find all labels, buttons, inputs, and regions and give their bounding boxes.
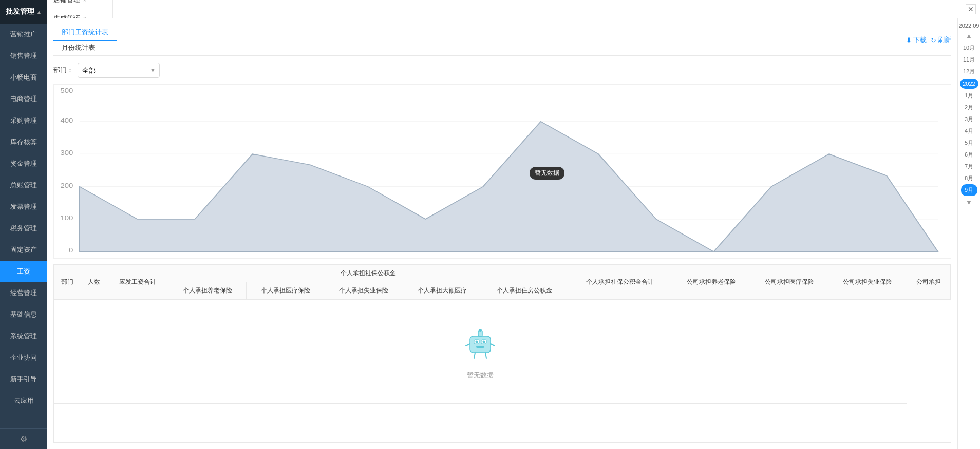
refresh-icon: ↻ bbox=[931, 36, 936, 44]
timeline-item-3月[interactable]: 3月 bbox=[960, 113, 978, 125]
svg-line-23 bbox=[485, 353, 486, 358]
main-area: 首页门店商品目录×销售单×店铺管理×生成凭证×应收应付调整单×工资表×工资统计报… bbox=[47, 0, 980, 449]
content-area: 部门工资统计表月份统计表 ⬇ 下载 ↻ 刷新 部门： 全 bbox=[47, 18, 980, 449]
refresh-button[interactable]: ↻ 刷新 bbox=[931, 35, 951, 45]
col-header-personal-total: 个人承担社保公积金合计 bbox=[568, 265, 672, 300]
timeline-item-8月[interactable]: 8月 bbox=[960, 172, 978, 184]
svg-text:200: 200 bbox=[60, 182, 73, 189]
timeline-item-9月[interactable]: 9月 bbox=[961, 184, 977, 196]
sidebar: 批发管理 ▲ 营销推广销售管理小畅电商电商管理采购管理库存核算资金管理总账管理发… bbox=[0, 0, 47, 449]
download-icon: ⬇ bbox=[906, 36, 912, 44]
sidebar-item-总账管理[interactable]: 总账管理 bbox=[0, 174, 47, 196]
sidebar-item-税务管理[interactable]: 税务管理 bbox=[0, 218, 47, 239]
timeline-year-label: 2022.09 bbox=[959, 23, 979, 29]
tab-label: 店铺管理 bbox=[53, 0, 80, 5]
dept-select-wrap: 全部 ▼ bbox=[78, 63, 160, 78]
svg-line-22 bbox=[474, 353, 475, 358]
col-header-personal-unemployment: 个人承担失业保险 bbox=[325, 282, 403, 300]
tab-bar: 首页门店商品目录×销售单×店铺管理×生成凭证×应收应付调整单×工资表×工资统计报… bbox=[47, 0, 980, 18]
table-container[interactable]: 部门 人数 应发工资合计 个人承担社保公积金 个人承担社保公积金合计 公司承担养… bbox=[53, 264, 951, 443]
data-table: 部门 人数 应发工资合计 个人承担社保公积金 个人承担社保公积金合计 公司承担养… bbox=[54, 264, 951, 404]
tab-close-all-button[interactable]: ✕ bbox=[966, 4, 976, 14]
page-content: 部门工资统计表月份统计表 ⬇ 下载 ↻ 刷新 部门： 全 bbox=[47, 18, 957, 449]
timeline-up-nav[interactable]: ▲ bbox=[964, 30, 975, 42]
timeline-item-2022[interactable]: 2022 bbox=[960, 79, 978, 89]
sidebar-item-发票管理[interactable]: 发票管理 bbox=[0, 196, 47, 218]
col-header-company-other: 公司承担 bbox=[907, 265, 950, 300]
svg-text:100: 100 bbox=[60, 214, 73, 222]
sidebar-title-text: 批发管理 bbox=[6, 7, 34, 16]
sidebar-item-电商管理[interactable]: 电商管理 bbox=[0, 88, 47, 110]
timeline-item-7月[interactable]: 7月 bbox=[960, 161, 978, 172]
toolbar-actions: ⬇ 下载 ↻ 刷新 bbox=[906, 25, 951, 55]
timeline-item-2月[interactable]: 2月 bbox=[960, 102, 978, 113]
tab-bar-end: ✕ bbox=[962, 4, 980, 14]
svg-text:300: 300 bbox=[60, 149, 73, 157]
sidebar-item-新手引导[interactable]: 新手引导 bbox=[0, 368, 47, 390]
chart-container: 0 100 200 300 400 500 暂无数据 bbox=[53, 84, 951, 259]
subtab-部门工资统计表[interactable]: 部门工资统计表 bbox=[53, 25, 117, 41]
tab-店铺管理[interactable]: 店铺管理× bbox=[47, 0, 113, 9]
sidebar-item-固定资产[interactable]: 固定资产 bbox=[0, 239, 47, 261]
col-header-company-pension: 公司承担养老保险 bbox=[672, 265, 750, 300]
timeline-item-4月[interactable]: 4月 bbox=[960, 125, 978, 137]
svg-point-19 bbox=[479, 329, 482, 332]
col-header-total-salary: 应发工资合计 bbox=[107, 265, 168, 300]
col-header-personal-extra-medical: 个人承担大额医疗 bbox=[403, 282, 481, 300]
col-header-count: 人数 bbox=[81, 265, 107, 300]
col-group-personal: 个人承担社保公积金 bbox=[168, 265, 568, 282]
svg-line-21 bbox=[491, 344, 495, 346]
sidebar-item-经营管理[interactable]: 经营管理 bbox=[0, 282, 47, 304]
sidebar-item-系统管理[interactable]: 系统管理 bbox=[0, 325, 47, 347]
refresh-label: 刷新 bbox=[938, 35, 951, 45]
dept-label: 部门： bbox=[53, 66, 73, 75]
svg-point-16 bbox=[483, 341, 485, 343]
sidebar-item-销售管理[interactable]: 销售管理 bbox=[0, 45, 47, 67]
sidebar-item-小畅电商[interactable]: 小畅电商 bbox=[0, 67, 47, 88]
timeline-item-10月[interactable]: 10月 bbox=[960, 42, 978, 54]
download-button[interactable]: ⬇ 下载 bbox=[906, 35, 927, 45]
empty-state: 暂无数据 bbox=[58, 303, 903, 400]
subtab-月份统计表[interactable]: 月份统计表 bbox=[53, 40, 117, 56]
dept-select[interactable]: 全部 bbox=[78, 63, 160, 78]
filter-toolbar: 部门： 全部 ▼ bbox=[53, 63, 951, 78]
sidebar-arrow-icon: ▲ bbox=[36, 9, 42, 15]
sidebar-item-采购管理[interactable]: 采购管理 bbox=[0, 110, 47, 131]
svg-point-15 bbox=[476, 341, 478, 343]
chart-no-data-tooltip: 暂无数据 bbox=[530, 167, 564, 180]
timeline-item-12月[interactable]: 12月 bbox=[960, 66, 978, 77]
svg-text:500: 500 bbox=[60, 87, 73, 94]
col-header-dept: 部门 bbox=[54, 265, 81, 300]
tab-close-icon[interactable]: × bbox=[83, 0, 86, 3]
col-header-personal-housing: 个人承担住房公积金 bbox=[481, 282, 568, 300]
download-label: 下载 bbox=[913, 35, 927, 45]
sub-tabs: 部门工资统计表月份统计表 ⬇ 下载 ↻ 刷新 bbox=[53, 25, 951, 56]
sidebar-item-营销推广[interactable]: 营销推广 bbox=[0, 24, 47, 45]
timeline-panel: 2022.09 ▲ 10月11月12月20221月2月3月4月5月6月7月8月9… bbox=[957, 18, 980, 449]
sidebar-item-企业协同[interactable]: 企业协同 bbox=[0, 347, 47, 368]
timeline-item-11月[interactable]: 11月 bbox=[960, 54, 978, 66]
col-header-company-unemployment: 公司承担失业保险 bbox=[828, 265, 907, 300]
sidebar-item-工资[interactable]: 工资 bbox=[0, 261, 47, 282]
timeline-item-5月[interactable]: 5月 bbox=[960, 137, 978, 149]
svg-rect-17 bbox=[476, 346, 484, 348]
timeline-down-nav[interactable]: ▼ bbox=[964, 196, 975, 208]
settings-icon[interactable]: ⚙ bbox=[20, 434, 27, 444]
col-header-personal-pension: 个人承担养老保险 bbox=[168, 282, 247, 300]
table-empty-row: 暂无数据 bbox=[54, 300, 951, 404]
tab-生成凭证[interactable]: 生成凭证× bbox=[47, 9, 113, 19]
empty-text: 暂无数据 bbox=[467, 370, 494, 380]
sidebar-item-资金管理[interactable]: 资金管理 bbox=[0, 153, 47, 174]
sidebar-item-库存核算[interactable]: 库存核算 bbox=[0, 131, 47, 153]
col-header-personal-medical: 个人承担医疗保险 bbox=[247, 282, 325, 300]
sidebar-item-云应用[interactable]: 云应用 bbox=[0, 390, 47, 412]
sidebar-bottom: ⚙ bbox=[0, 428, 47, 449]
timeline-item-1月[interactable]: 1月 bbox=[960, 90, 978, 102]
timeline-item-6月[interactable]: 6月 bbox=[960, 149, 978, 161]
svg-text:0: 0 bbox=[69, 247, 73, 255]
chart-svg: 0 100 200 300 400 500 bbox=[54, 85, 951, 258]
svg-line-20 bbox=[466, 344, 470, 346]
empty-icon bbox=[460, 323, 501, 364]
col-header-company-medical: 公司承担医疗保险 bbox=[750, 265, 828, 300]
sidebar-item-基础信息[interactable]: 基础信息 bbox=[0, 304, 47, 325]
